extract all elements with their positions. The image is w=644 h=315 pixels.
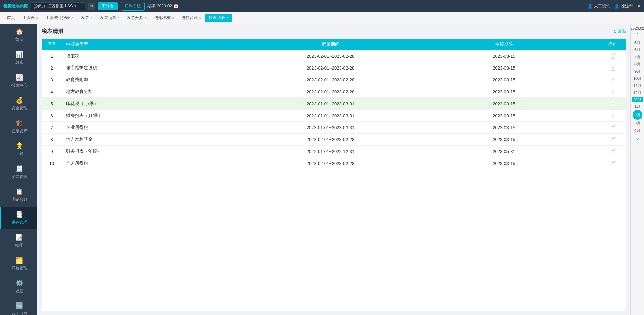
user-profile[interactable]: 👤 徐泾华	[614, 3, 633, 9]
home-icon: 🏠	[16, 28, 23, 35]
tax-register-table: 序号 申报表类型 所属期间 申报期限 操作 1 增值税 2023-02-01~2…	[42, 39, 626, 169]
tab-payroll-close[interactable]: ×	[36, 16, 38, 20]
action-edit-icon[interactable]: 📄	[610, 77, 616, 82]
tab-invoice-open-label: 发票开具	[127, 15, 143, 21]
tab-bar: 首页 工资表 × 工资统计报表 × 发票 × 发票润算 × 发票开具 × 进销稽…	[0, 12, 644, 24]
month-item-3[interactable]: 3月	[632, 120, 643, 127]
month-item-4[interactable]: 4月	[632, 127, 643, 134]
switch-old-button[interactable]: 切到旧版	[121, 2, 145, 11]
panel-scroll-up-icon[interactable]: ⌃	[634, 31, 640, 39]
month-item-11[interactable]: 11月	[632, 82, 643, 89]
sidebar-item-settings-label: 设置	[15, 288, 23, 294]
action-edit-icon[interactable]: 📄	[610, 101, 616, 106]
top-bar: 畅捷通易代账 (勿动）江西报宝-LSS ▾ ⧉ 工作台 切到旧版 期期 2023…	[0, 0, 644, 12]
month-item-1[interactable]: 1月	[632, 103, 643, 110]
cell-type: 财务报表（月/季）	[62, 110, 252, 122]
tab-payroll[interactable]: 工资表 ×	[19, 14, 42, 22]
period-display: 期期 2023-02 📅	[147, 3, 178, 9]
action-edit-icon[interactable]: 📄	[610, 149, 616, 154]
month-item-10[interactable]: 10月	[632, 75, 643, 82]
tab-audit[interactable]: 进销稽核 ×	[151, 14, 177, 22]
month-item-5[interactable]: 5月	[632, 39, 643, 46]
tab-tax-register[interactable]: 税表清册 ×	[205, 14, 232, 22]
sidebar-item-sales-ledger[interactable]: 📋 进销台账	[0, 184, 37, 207]
col-header-period: 所属期间	[252, 39, 409, 50]
tab-invoice-calc-close[interactable]: ×	[118, 16, 120, 20]
sidebar-item-tax-mgmt[interactable]: 📑 税务管理	[0, 207, 37, 229]
cell-seq: 10	[42, 158, 62, 169]
sidebar-item-home[interactable]: 🏠 首页	[0, 24, 37, 47]
tab-ledger-close[interactable]: ×	[199, 16, 201, 20]
action-edit-icon[interactable]: 📄	[610, 65, 616, 71]
tab-payroll-stats[interactable]: 工资统计报表 ×	[42, 14, 77, 22]
action-edit-icon[interactable]: 📄	[610, 125, 616, 130]
cell-type: 企业所得税	[62, 122, 252, 134]
sidebar-item-report-center[interactable]: 📈 报表中心	[0, 70, 37, 92]
tab-audit-close[interactable]: ×	[172, 16, 174, 20]
sidebar-item-guide[interactable]: 🆕 新手引导	[0, 298, 37, 315]
calendar-icon[interactable]: 📅	[173, 4, 178, 9]
table-row: 9 财务报表（年报） 2022-01-01~2022-12-31 2023-05…	[42, 146, 626, 158]
tab-invoice-open[interactable]: 发票开具 ×	[124, 14, 150, 22]
company-selector[interactable]: (勿动）江西报宝-LSS ▾	[31, 2, 85, 10]
panel-scroll-down-icon[interactable]: ⌄	[634, 134, 640, 142]
sidebar-item-payroll[interactable]: 👷 工资	[0, 138, 37, 161]
user-avatar-icon: 👤	[614, 4, 619, 9]
cell-deadline: 2023-03-15	[409, 62, 599, 74]
month-item-9[interactable]: 9月	[632, 68, 643, 75]
report-icon: 📈	[16, 74, 23, 81]
tab-invoice-close[interactable]: ×	[91, 16, 93, 20]
action-edit-icon[interactable]: 📄	[610, 113, 616, 118]
cell-action: 📄	[599, 158, 626, 169]
cell-period: 2023-02-01~2023-02-28	[252, 62, 409, 74]
tab-payroll-stats-close[interactable]: ×	[71, 16, 74, 20]
month-item-2-active[interactable]: 2月	[633, 110, 642, 120]
cell-period: 2023-02-01~2023-02-28	[252, 134, 409, 146]
cell-period: 2023-02-01~2023-02-28	[252, 50, 409, 62]
tab-ledger[interactable]: 进销台账 ×	[178, 14, 205, 22]
fixed-assets-icon: 🏗️	[16, 119, 23, 127]
cell-deadline: 2023-03-15	[409, 74, 599, 86]
year-2023-label[interactable]: 2023	[632, 97, 643, 102]
month-item-8[interactable]: 8月	[632, 61, 643, 68]
cell-seq: 1	[42, 50, 62, 62]
sidebar-item-fixed-assets[interactable]: 🏗️ 固定资产	[0, 115, 37, 138]
table-row: 10 个人所得税 2023-02-01~2023-02-28 2023-03-1…	[42, 158, 626, 169]
cell-type: 印花税（月/季）	[62, 98, 252, 110]
tab-invoice[interactable]: 发票 ×	[78, 14, 96, 22]
tax-register-table-wrapper: 序号 申报表类型 所属期间 申报期限 操作 1 增值税 2023-02-01~2…	[42, 39, 626, 311]
tab-invoice-open-close[interactable]: ×	[145, 16, 147, 20]
cell-type: 城市维护建设税	[62, 62, 252, 74]
sidebar-item-settings[interactable]: ⚙️ 设置	[0, 275, 37, 298]
cell-action: 📄	[599, 122, 626, 134]
copy-icon-btn[interactable]: ⧉	[88, 3, 95, 10]
sidebar-item-closing[interactable]: 📝 结账	[0, 229, 37, 252]
top-bar-close-icon[interactable]: ✕	[637, 4, 641, 9]
month-item-6[interactable]: 6月	[632, 46, 643, 54]
tab-invoice-label: 发票	[81, 15, 89, 21]
action-edit-icon[interactable]: 📄	[610, 89, 616, 94]
sidebar-item-guide-label: 新手引导	[11, 311, 28, 315]
table-header-row: 序号 申报表类型 所属期间 申报期限 操作	[42, 39, 626, 50]
tab-home[interactable]: 首页	[3, 14, 18, 22]
tab-tax-register-close[interactable]: ×	[226, 16, 228, 20]
right-panel-header: 2023.02	[630, 25, 644, 31]
action-edit-icon[interactable]: 📄	[610, 137, 616, 142]
ai-consult[interactable]: 👤 人工资询	[587, 3, 610, 9]
month-item-12[interactable]: 12月	[632, 89, 643, 96]
action-edit-icon[interactable]: 📄	[610, 161, 616, 166]
workbench-button[interactable]: 工作台	[98, 2, 118, 10]
sidebar-item-funds[interactable]: 💰 资金管理	[0, 92, 37, 115]
sidebar-item-invoice-mgmt[interactable]: 🧾 发票管理	[0, 161, 37, 184]
month-item-7[interactable]: 7月	[632, 54, 643, 61]
sidebar-item-tax-mgmt-label: 税务管理	[11, 220, 28, 225]
tab-invoice-calc[interactable]: 发票润算 ×	[97, 14, 123, 22]
sidebar-item-ledger[interactable]: 📊 总账	[0, 47, 37, 70]
action-edit-icon[interactable]: 📄	[610, 53, 616, 59]
funds-icon: 💰	[16, 96, 23, 104]
sidebar-item-archive[interactable]: 🗂️ 归档管理	[0, 252, 37, 275]
payroll-icon: 👷	[16, 142, 23, 150]
refresh-button[interactable]: ↻ 刷新	[613, 29, 626, 34]
cell-deadline: 2023-03-15	[409, 50, 599, 62]
cell-deadline: 2023-05-31	[409, 146, 599, 158]
